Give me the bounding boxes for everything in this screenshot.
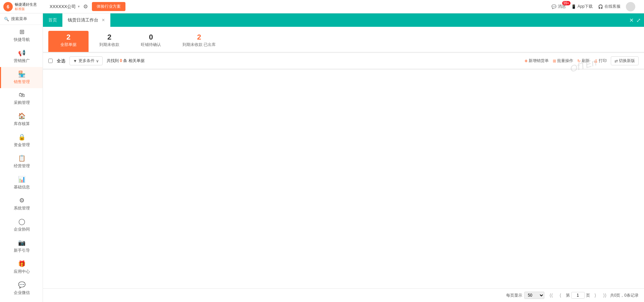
logo-icon: 6 <box>3 2 13 11</box>
megaphone-icon: 📢 <box>18 49 25 57</box>
first-page-button[interactable]: ⟨⟨ <box>547 291 555 299</box>
found-text: 共找到 0 条 相关单据 <box>107 58 145 64</box>
sidebar-item-changhui[interactable]: ▽ 畅会员 <box>0 299 43 302</box>
sidebar: 🔍 搜索菜单 ⊞ 快捷导航 📢 营销推广 🏪 销售管理 🛍 采购管理 🏠 库存核… <box>0 13 43 302</box>
found-unit: 条 <box>123 58 127 63</box>
logo-area: 6 畅捷通好生意 标准版 <box>3 2 46 11</box>
wechat-icon: 💬 <box>18 281 25 289</box>
tab-close-icon[interactable]: ✕ <box>102 18 105 22</box>
sidebar-label-caigou: 采购管理 <box>14 100 30 106</box>
tab-qianhuo[interactable]: 钱货日清工作台 ✕ <box>62 13 110 27</box>
sidebar-label-xiaoshou: 销售管理 <box>14 79 30 85</box>
store-icon: 🏪 <box>18 70 25 78</box>
prev-page-button[interactable]: ⟨ <box>556 291 565 299</box>
app-download-button[interactable]: 📱 App下载 <box>571 4 593 9</box>
sidebar-item-zijin[interactable]: 🔒 资金管理 <box>0 130 43 151</box>
experience-button[interactable]: 体验行业方案 <box>92 2 125 11</box>
batch-operation-button[interactable]: ⊞ 批量操作 <box>553 58 573 64</box>
guide-icon: 📷 <box>18 239 25 246</box>
main-content: 首页 钱货日清工作台 ✕ ✕ ⤢ 2 全部单据 2 到期未收款 <box>43 13 644 302</box>
enterprise-icon: ◯ <box>18 218 25 225</box>
tab-bar-actions: ✕ ⤢ <box>629 17 644 23</box>
sidebar-item-qiyeweixin[interactable]: 💬 企业微信 <box>0 278 43 299</box>
sidebar-item-kucun[interactable]: 🏠 库存核算 <box>0 109 43 130</box>
settings-icon[interactable]: ⚙ <box>83 3 88 10</box>
stat-num-all: 2 <box>66 34 70 41</box>
stat-num-wangpu: 0 <box>149 34 153 41</box>
plus-icon: + <box>525 58 528 64</box>
sidebar-item-caigou[interactable]: 🛍 采购管理 <box>0 88 43 109</box>
messages-button[interactable]: 💬 消息 99+ <box>551 4 566 9</box>
avatar[interactable] <box>626 2 635 11</box>
switch-icon: ⇄ <box>614 59 618 63</box>
last-page-button[interactable]: ⟩⟩ <box>601 291 609 299</box>
stat-label-overdue-shipped: 到期未收款 已出库 <box>182 42 216 48</box>
tab-minimize-icon[interactable]: ✕ <box>629 17 634 23</box>
page-size-select[interactable]: 50 20 100 <box>524 292 544 299</box>
stat-label-all: 全部单据 <box>60 42 76 48</box>
sidebar-item-yingxiao[interactable]: 📢 营销推广 <box>0 46 43 67</box>
qianhuo-tab-label: 钱货日清工作台 <box>68 17 98 23</box>
list-toolbar: 全选 ▼ 更多条件 ∨ 共找到 0 条 相关单据 + 新增销货单 <box>43 53 644 69</box>
stat-tab-overdue-shipped[interactable]: 2 到期未收款 已出库 <box>172 31 226 52</box>
toolbar-right: + 新增销货单 ⊞ 批量操作 ↻ 刷新 🖨 打印 <box>525 56 639 65</box>
current-page-input[interactable] <box>571 292 585 299</box>
message-icon: 💬 <box>551 4 556 9</box>
stat-num-overdue-shipped: 2 <box>197 34 201 41</box>
total-info-label: 共0页，0条记录 <box>610 293 639 298</box>
sidebar-item-qiyexietong[interactable]: ◯ 企业协同 <box>0 215 43 236</box>
sidebar-item-jichu[interactable]: 📊 基础信息 <box>0 172 43 193</box>
sidebar-label-qiyeweixin: 企业微信 <box>14 290 30 296</box>
messages-badge: 99+ <box>562 1 571 5</box>
online-service-button[interactable]: 🎧 在线客服 <box>598 4 621 9</box>
pagination-controls: ⟨⟨ ⟨ 第 页 ⟩ ⟩⟩ 共0页，0条记录 <box>547 291 639 299</box>
print-label: 打印 <box>599 58 607 64</box>
service-icon: 🎧 <box>598 4 603 9</box>
found-count: 0 <box>120 58 122 63</box>
sidebar-item-yingyong[interactable]: 🎁 应用中心 <box>0 257 43 278</box>
search-menu-item[interactable]: 🔍 搜索菜单 <box>0 13 43 25</box>
refresh-label: 刷新 <box>582 58 590 64</box>
batch-icon: ⊞ <box>553 59 556 63</box>
select-all-checkbox[interactable] <box>48 59 53 63</box>
search-icon: 🔍 <box>4 17 9 21</box>
tab-home[interactable]: 首页 <box>43 13 62 27</box>
filter-label: 更多条件 <box>78 58 95 64</box>
print-button[interactable]: 🖨 打印 <box>594 58 607 64</box>
grid-icon: ⊞ <box>19 28 24 36</box>
chevron-icon: ∨ <box>96 59 99 63</box>
sidebar-label-qiyexietong: 企业协同 <box>14 227 30 232</box>
found-prefix: 共找到 <box>107 58 119 63</box>
next-page-button[interactable]: ⟩ <box>591 291 599 299</box>
sidebar-item-xitong[interactable]: ⚙ 系统管理 <box>0 193 43 215</box>
main-layout: 🔍 搜索菜单 ⊞ 快捷导航 📢 营销推广 🏪 销售管理 🛍 采购管理 🏠 库存核… <box>0 13 644 302</box>
add-sale-button[interactable]: + 新增销货单 <box>525 58 549 64</box>
filter-icon: ▼ <box>73 59 77 63</box>
settings-icon: ⚙ <box>19 197 24 204</box>
sidebar-item-jingying[interactable]: 📋 经营管理 <box>0 151 43 172</box>
refresh-icon: ↻ <box>577 59 581 63</box>
report-icon: 📋 <box>18 155 25 162</box>
sidebar-label-xitong: 系统管理 <box>14 205 30 211</box>
sidebar-label-zijin: 资金管理 <box>14 142 30 148</box>
app-download-label: App下载 <box>578 4 593 9</box>
switch-version-button[interactable]: ⇄ 切换新版 <box>611 56 639 65</box>
app-center-icon: 🎁 <box>18 260 25 267</box>
sidebar-item-xiaoshou[interactable]: 🏪 销售管理 <box>0 67 43 88</box>
stat-label-wangpu: 旺铺待确认 <box>141 42 161 48</box>
stat-tab-all[interactable]: 2 全部单据 <box>48 31 89 52</box>
filter-button[interactable]: ▼ 更多条件 ∨ <box>69 56 103 65</box>
company-name: XXXXXX公司 <box>50 4 76 10</box>
search-menu-label: 搜索菜单 <box>11 16 27 22</box>
stat-tab-overdue[interactable]: 2 到期未收款 <box>89 31 130 52</box>
refresh-button[interactable]: ↻ 刷新 <box>577 58 590 64</box>
stat-tab-wangpu[interactable]: 0 旺铺待确认 <box>130 31 172 52</box>
per-page-label: 每页显示 <box>506 293 522 298</box>
sidebar-item-xinshou[interactable]: 📷 新手引导 <box>0 236 43 257</box>
warehouse-icon: 🏠 <box>18 112 25 120</box>
tab-maximize-icon[interactable]: ⤢ <box>636 17 641 23</box>
company-selector[interactable]: XXXXXX公司 ▾ <box>50 4 80 10</box>
logo-text: 畅捷通好生意 标准版 <box>15 2 37 11</box>
sidebar-item-kuaijie[interactable]: ⊞ 快捷导航 <box>0 25 43 46</box>
sidebar-label-jichu: 基础信息 <box>14 184 30 190</box>
